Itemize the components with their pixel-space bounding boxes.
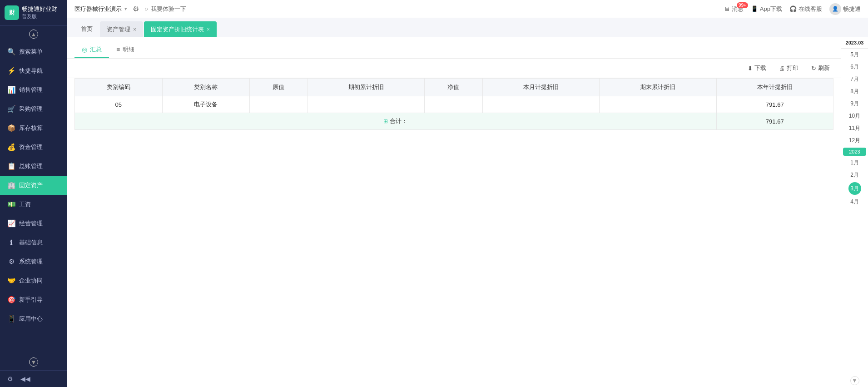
sidebar-item-label: 搜索菜单 bbox=[19, 48, 43, 56]
app-name: 畅捷通好业财 bbox=[22, 5, 57, 13]
message-button[interactable]: 🖥 消息 99+ bbox=[724, 5, 744, 13]
sidebar-item-ledger[interactable]: 📋 总账管理 bbox=[0, 157, 67, 176]
cell-code: 05 bbox=[75, 96, 163, 113]
date-year-2023[interactable]: 2023 bbox=[843, 148, 866, 156]
sidebar-scroll: 🔍 搜索菜单 ⚡ 快捷导航 📊 销售管理 🛒 采购管理 📦 库存核算 💰 资金管… bbox=[0, 42, 67, 354]
date-month-9[interactable]: 9月 bbox=[841, 98, 868, 110]
experience-icon: ○ bbox=[144, 5, 148, 12]
depreciation-table: 类别编码 类别名称 原值 期初累计折旧 净值 本月计提折旧 期末累计折旧 本年计… bbox=[74, 78, 833, 130]
sidebar-item-operations[interactable]: 📈 经营管理 bbox=[0, 214, 67, 233]
sidebar-item-label: 总账管理 bbox=[19, 162, 43, 170]
settings-bottom-icon[interactable]: ⚙ bbox=[7, 375, 13, 382]
date-month-2[interactable]: 2月 bbox=[841, 169, 868, 181]
sidebar-item-label: 基础信息 bbox=[19, 238, 43, 247]
sidebar-item-payroll[interactable]: 💵 工资 bbox=[0, 195, 67, 214]
sidebar-item-label: 工资 bbox=[19, 200, 31, 208]
date-month-11[interactable]: 11月 bbox=[841, 122, 868, 134]
total-annual: 791.67 bbox=[716, 113, 833, 130]
subtab-summary-label: 汇总 bbox=[90, 45, 102, 54]
date-month-6[interactable]: 6月 bbox=[841, 61, 868, 73]
date-month-7[interactable]: 7月 bbox=[841, 73, 868, 85]
sidebar-item-cooperation[interactable]: 🤝 企业协同 bbox=[0, 271, 67, 290]
sidebar-item-funds[interactable]: 💰 资金管理 bbox=[0, 138, 67, 157]
operations-icon: 📈 bbox=[7, 219, 15, 228]
sidebar-item-label: 库存核算 bbox=[19, 124, 43, 132]
sidebar-scroll-up[interactable]: ▲ bbox=[29, 30, 38, 39]
print-label: 打印 bbox=[787, 64, 799, 72]
company-selector[interactable]: 医疗器械行业演示 ▾ bbox=[74, 5, 127, 13]
sidebar-item-label: 采购管理 bbox=[19, 105, 43, 113]
topbar-right: 🖥 消息 99+ 📱 App下载 🎧 在线客服 👤 畅捷通 bbox=[724, 3, 861, 15]
total-label-cell: ⊞ 合计： bbox=[75, 113, 717, 130]
customer-service-button[interactable]: 🎧 在线客服 bbox=[789, 5, 822, 13]
table-total-row: ⊞ 合计： 791.67 bbox=[75, 113, 833, 130]
date-month-10[interactable]: 10月 bbox=[841, 110, 868, 122]
refresh-icon: ↻ bbox=[811, 65, 816, 72]
sidebar-item-basic-info[interactable]: ℹ 基础信息 bbox=[0, 233, 67, 252]
sidebar-item-fixed-assets[interactable]: 🏢 固定资产 bbox=[0, 176, 67, 195]
subtab-detail[interactable]: ≡ 明细 bbox=[109, 42, 142, 58]
tab-asset-management-close[interactable]: × bbox=[133, 26, 136, 33]
cell-name: 电子设备 bbox=[162, 96, 250, 113]
experience-button[interactable]: ○ 我要体验一下 bbox=[144, 5, 186, 13]
sidebar-item-system[interactable]: ⚙ 系统管理 bbox=[0, 252, 67, 271]
print-button[interactable]: 🖨 打印 bbox=[775, 62, 802, 74]
sidebar-item-inventory[interactable]: 📦 库存核算 bbox=[0, 119, 67, 138]
total-label: 合计： bbox=[390, 117, 407, 125]
sidebar-logo: 财 畅捷通好业财 普及版 bbox=[0, 0, 67, 26]
col-header-net: 净值 bbox=[425, 79, 483, 96]
col-header-monthly-dep: 本月计提折旧 bbox=[482, 79, 600, 96]
user-name: 畅捷通 bbox=[843, 5, 861, 13]
cell-monthly bbox=[482, 96, 600, 113]
date-scroll-down[interactable]: ▼ bbox=[850, 376, 859, 385]
tab-home-label: 首页 bbox=[81, 25, 93, 33]
tab-depreciation-label: 固定资产折旧统计表 bbox=[151, 25, 204, 34]
avatar: 👤 bbox=[829, 3, 841, 15]
sidebar-item-guide[interactable]: 🎯 新手引导 bbox=[0, 290, 67, 309]
download-button[interactable]: ⬇ 下载 bbox=[744, 62, 770, 74]
sidebar-bottom: ⚙ ◀◀ bbox=[0, 370, 67, 387]
tab-home[interactable]: 首页 bbox=[74, 21, 99, 37]
sidebar-item-label: 固定资产 bbox=[19, 181, 43, 189]
tab-asset-management[interactable]: 资产管理 × bbox=[100, 21, 143, 37]
toolbar: ⬇ 下载 🖨 打印 ↻ 刷新 bbox=[67, 59, 841, 78]
system-icon: ⚙ bbox=[7, 258, 15, 266]
sidebar: 财 畅捷通好业财 普及版 ▲ 🔍 搜索菜单 ⚡ 快捷导航 📊 销售管理 🛒 采购… bbox=[0, 0, 67, 387]
subtab-summary[interactable]: ◎ 汇总 bbox=[74, 42, 109, 58]
date-month-5[interactable]: 5月 bbox=[841, 49, 868, 61]
customer-service-label: 在线客服 bbox=[799, 5, 822, 13]
summary-icon: ◎ bbox=[82, 46, 87, 53]
date-month-3-current[interactable]: 3月 bbox=[848, 182, 861, 195]
collapse-icon[interactable]: ◀◀ bbox=[20, 375, 30, 382]
sidebar-item-label: 新手引导 bbox=[19, 296, 43, 304]
table-wrap: 类别编码 类别名称 原值 期初累计折旧 净值 本月计提折旧 期末累计折旧 本年计… bbox=[67, 78, 841, 387]
app-download-button[interactable]: 📱 App下载 bbox=[751, 5, 782, 13]
cell-period bbox=[600, 96, 717, 113]
user-menu[interactable]: 👤 畅捷通 bbox=[829, 3, 861, 15]
date-month-4[interactable]: 4月 bbox=[841, 196, 868, 208]
sidebar-item-sales[interactable]: 📊 销售管理 bbox=[0, 80, 67, 99]
sidebar-item-purchase[interactable]: 🛒 采购管理 bbox=[0, 99, 67, 119]
date-panel-scroll[interactable]: 5月 6月 7月 8月 9月 10月 11月 12月 2023 1月 2月 3月… bbox=[841, 49, 868, 374]
sidebar-item-label: 应用中心 bbox=[19, 315, 43, 323]
company-name: 医疗器械行业演示 bbox=[74, 5, 122, 13]
message-icon: 🖥 bbox=[724, 5, 730, 12]
tab-depreciation-close[interactable]: × bbox=[207, 26, 210, 33]
detail-icon: ≡ bbox=[116, 46, 120, 53]
sidebar-scroll-down[interactable]: ▼ bbox=[29, 357, 38, 367]
sidebar-item-label: 资金管理 bbox=[19, 143, 43, 151]
tab-depreciation-table[interactable]: 固定资产折旧统计表 × bbox=[144, 21, 217, 37]
col-header-name: 类别名称 bbox=[162, 79, 250, 96]
sidebar-item-quick-nav[interactable]: ⚡ 快捷导航 bbox=[0, 61, 67, 80]
building-icon: 🏢 bbox=[7, 181, 15, 189]
date-month-8[interactable]: 8月 bbox=[841, 85, 868, 98]
sidebar-item-app-center[interactable]: 📱 应用中心 bbox=[0, 309, 67, 328]
col-header-initial-dep: 期初累计折旧 bbox=[308, 79, 425, 96]
expand-icon[interactable]: ⊞ bbox=[383, 118, 388, 124]
date-month-12[interactable]: 12月 bbox=[841, 134, 868, 147]
message-badge: 99+ bbox=[737, 2, 748, 8]
topbar-settings-icon[interactable]: ⚙ bbox=[133, 5, 139, 13]
date-month-1[interactable]: 1月 bbox=[841, 157, 868, 169]
refresh-button[interactable]: ↻ 刷新 bbox=[808, 62, 833, 74]
sidebar-item-search[interactable]: 🔍 搜索菜单 bbox=[0, 42, 67, 61]
